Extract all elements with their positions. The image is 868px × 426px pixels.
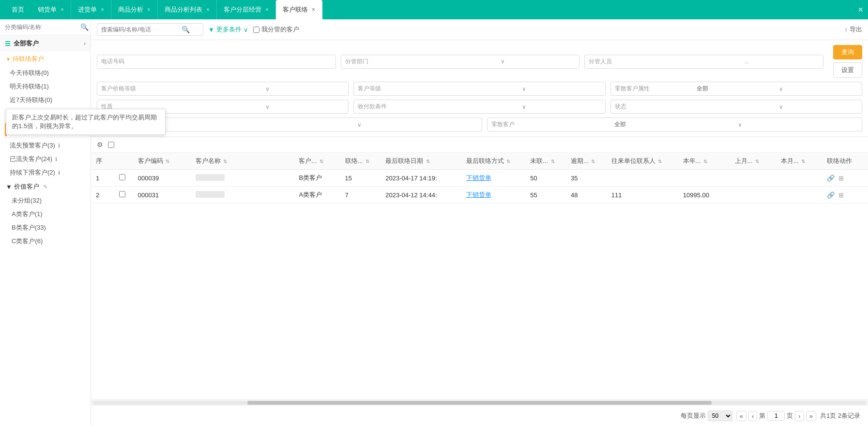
gender-arrow-icon: ∨	[265, 103, 344, 110]
cell-code-1[interactable]: 000039	[133, 170, 191, 187]
sidebar-search-icon[interactable]: 🔍	[80, 23, 89, 31]
query-button[interactable]: 查询	[833, 45, 862, 59]
col-last-month[interactable]: 上月... ⇅	[730, 153, 776, 170]
sidebar-search-input[interactable]	[5, 24, 77, 30]
cell-name-1[interactable]	[191, 170, 294, 187]
col-this-year[interactable]: 本年... ⇅	[678, 153, 730, 170]
prev-page-button[interactable]: ‹	[748, 411, 757, 421]
filter-bar: 🔍 ▼ 更多条件 ∨ 我分管的客户 ↑ 导出	[91, 19, 868, 40]
my-customers-check[interactable]	[253, 27, 259, 33]
set-button[interactable]: 设置	[833, 62, 862, 78]
col-last-method[interactable]: 最后联络方式 ⇅	[461, 153, 526, 170]
view-action-icon-2[interactable]: 🔗	[827, 191, 835, 199]
col-no-contact[interactable]: 未联... ⇅	[525, 153, 566, 170]
close-sales-icon[interactable]: ×	[61, 6, 64, 13]
row-checkbox-1[interactable]	[119, 174, 125, 180]
sidebar-item-lost[interactable]: 已流失客户(24) ℹ	[0, 152, 91, 166]
export-button[interactable]: ↑ 导出	[845, 25, 863, 34]
sidebar-all-customers[interactable]: ☰ 全部客户 ›	[0, 35, 91, 52]
col-contact-person[interactable]: 往来单位联系人 ⇅	[607, 153, 678, 170]
page-size-select[interactable]: 10 20 50 100	[708, 411, 732, 421]
col-code[interactable]: 客户编码 ⇅	[133, 153, 191, 170]
customer-level-field[interactable]: 客户等级 ∨	[353, 82, 605, 96]
close-product-list-icon[interactable]: ×	[206, 6, 210, 13]
cell-type-2: A类客户	[294, 187, 340, 204]
scrollbar-thumb[interactable]	[247, 401, 711, 405]
close-purchase-icon[interactable]: ×	[101, 6, 104, 13]
close-all-button[interactable]: ×	[858, 5, 863, 15]
main-search-input[interactable]	[101, 26, 179, 33]
cell-overdue-1: 35	[566, 170, 607, 187]
top-navigation: 首页 销货单 × 进货单 × 商品分析 × 商品分析列表 × 客户分层经营 × …	[0, 0, 868, 19]
nav-tab-customer-segment[interactable]: 客户分层经营 ×	[217, 0, 276, 19]
sidebar-item-ungroup[interactable]: 未分组(32)	[0, 194, 91, 207]
cell-actions-1: 🔗 ⊞	[822, 170, 868, 187]
cell-method-2[interactable]: 下销货单	[461, 187, 526, 204]
phone-field[interactable]: 电话号码	[97, 55, 336, 69]
sidebar-item-lost-warning[interactable]: 流失预警客户(3) ℹ	[0, 139, 91, 152]
main-layout: 🔍 ☰ 全部客户 › ▼ 待联络客户 今天待联络(0) 明天待联络(1)	[0, 19, 868, 426]
retail-customer-field[interactable]: 零散客户 全部 ∨	[487, 118, 863, 132]
price-level-field[interactable]: 客户价格等级 ∨	[97, 82, 349, 96]
retail-attr-field[interactable]: 零散客户属性 全部 ∨	[610, 82, 862, 96]
payment-terms-field[interactable]: 收付款条件 ∨	[353, 100, 605, 114]
nav-tab-sales[interactable]: 销货单 ×	[31, 0, 71, 19]
sort-type-icon: ⇅	[320, 159, 323, 164]
col-this-month[interactable]: 本月... ⇅	[776, 153, 822, 170]
sidebar-item-b-class[interactable]: B类客户(33)	[0, 221, 91, 235]
close-customer-contact-icon[interactable]: ×	[312, 6, 315, 13]
more-action-icon-1[interactable]: ⊞	[838, 175, 844, 182]
manager-field[interactable]: 分管人员 ...	[584, 55, 823, 69]
sidebar-pending-title[interactable]: ▼ 待联络客户	[0, 52, 91, 66]
sidebar-item-7days[interactable]: 近7天待联络(0)	[0, 93, 91, 107]
status-field[interactable]: 状态 ∨	[610, 100, 862, 114]
page-size-selector: 每页显示 10 20 50 100	[681, 411, 732, 421]
sidebar-value-group[interactable]: ▼ 价值客户 ✎	[0, 179, 91, 194]
nav-tab-product-list[interactable]: 商品分析列表 ×	[158, 0, 217, 19]
close-product-analysis-icon[interactable]: ×	[147, 6, 151, 13]
department-field[interactable]: 分管部门 ∨	[341, 55, 580, 69]
row-checkbox-2[interactable]	[119, 191, 125, 197]
more-conditions-button[interactable]: ▼ 更多条件 ∨	[208, 25, 248, 34]
close-customer-segment-icon[interactable]: ×	[265, 6, 269, 13]
col-customer-type[interactable]: 客户... ⇅	[294, 153, 340, 170]
last-page-button[interactable]: »	[806, 411, 816, 421]
more-action-icon-2[interactable]: ⊞	[838, 191, 844, 199]
sidebar-search-container: 🔍	[0, 19, 91, 35]
nav-tab-home[interactable]: 首页	[5, 0, 31, 19]
select-all-checkbox[interactable]	[108, 142, 114, 148]
sidebar-item-c-class[interactable]: C类客户(6)	[0, 235, 91, 248]
edit-icon[interactable]: ✎	[43, 184, 47, 190]
nav-tab-product-analysis[interactable]: 商品分析 ×	[111, 0, 158, 19]
sidebar-item-declining[interactable]: 持续下滑客户(2) ℹ	[0, 166, 91, 179]
cell-method-1[interactable]: 下销货单	[461, 170, 526, 187]
cell-name-2[interactable]	[191, 187, 294, 204]
next-page-button[interactable]: ›	[795, 411, 804, 421]
sidebar-item-today[interactable]: 今天待联络(0)	[0, 66, 91, 80]
col-last-date[interactable]: 最后联络日期 ⇅	[381, 153, 461, 170]
sidebar-item-tomorrow[interactable]: 明天待联络(1)	[0, 80, 91, 93]
horizontal-scrollbar[interactable]	[91, 399, 868, 405]
sort-lastmonth-icon: ⇅	[755, 159, 759, 164]
my-customers-checkbox[interactable]: 我分管的客户	[253, 25, 299, 34]
nav-tab-purchase[interactable]: 进货单 ×	[71, 0, 111, 19]
page-number-input[interactable]	[767, 411, 785, 421]
col-name[interactable]: 客户名称 ⇅	[191, 153, 294, 170]
first-page-button[interactable]: «	[736, 411, 746, 421]
cell-date-2: 2023-04-12 14:44:	[381, 187, 461, 204]
cell-code-2[interactable]: 000031	[133, 187, 191, 204]
sort-method-icon: ⇅	[506, 159, 510, 164]
retail-customer-arrow-icon: ∨	[738, 121, 858, 128]
col-seq: 序	[91, 153, 114, 170]
settings-icon[interactable]: ⚙	[97, 141, 103, 148]
retail-attr-arrow-icon: ∨	[779, 86, 858, 92]
customer-type-arrow-icon: ∨	[357, 121, 478, 128]
sidebar-item-a-class[interactable]: A类客户(1)	[0, 207, 91, 221]
pending-arrow-icon: ▼	[6, 57, 11, 62]
sidebar-collapse-icon[interactable]: ›	[84, 40, 86, 47]
view-action-icon-1[interactable]: 🔗	[827, 175, 835, 182]
col-overdue[interactable]: 逾期... ⇅	[566, 153, 607, 170]
col-contact-count[interactable]: 联络... ⇅	[340, 153, 381, 170]
nav-tab-customer-contact[interactable]: 客户联络 ×	[276, 0, 322, 19]
main-search-icon[interactable]: 🔍	[182, 26, 190, 33]
